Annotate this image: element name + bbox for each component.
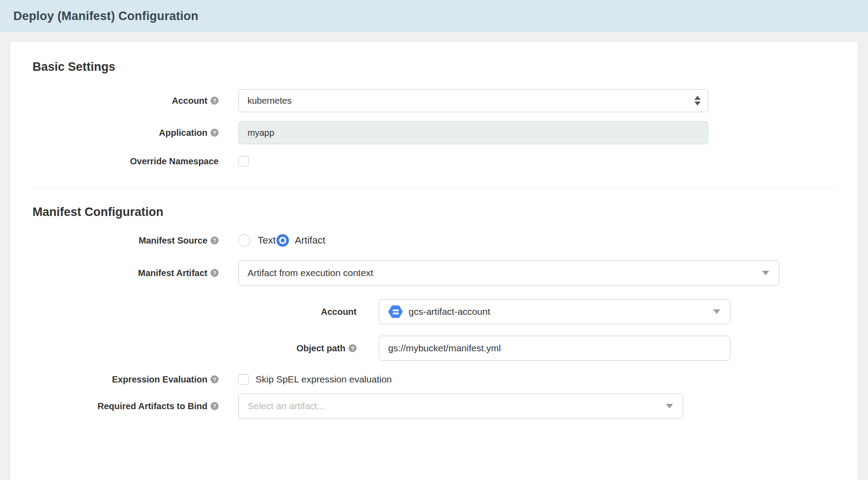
required-artifacts-label: Required Artifacts to Bind ? <box>23 401 219 411</box>
manifest-artifact-label: Manifest Artifact ? <box>23 268 219 278</box>
expression-evaluation-row: Expression Evaluation ? Skip SpEL expres… <box>23 374 844 385</box>
required-artifacts-placeholder: Select an artifact... <box>247 401 325 411</box>
select-arrows-icon <box>694 96 701 106</box>
deploy-manifest-config-screen: Deploy (Manifest) Configuration Basic Se… <box>0 0 868 480</box>
help-icon[interactable]: ? <box>211 402 219 410</box>
application-row: Application ? <box>23 121 844 144</box>
help-icon[interactable]: ? <box>211 236 219 244</box>
manifest-configuration-heading: Manifest Configuration <box>32 205 844 219</box>
artifact-account-dropdown-value: gcs-artifact-account <box>409 306 490 317</box>
chevron-down-icon <box>762 271 769 275</box>
object-path-row: Object path ? <box>23 336 844 361</box>
help-icon[interactable]: ? <box>349 344 357 352</box>
basic-settings-heading: Basic Settings <box>32 60 844 74</box>
config-panel: Basic Settings Account ? kubernetes Appl… <box>10 41 858 480</box>
expression-evaluation-label: Expression Evaluation ? <box>23 374 219 385</box>
manifest-source-radio-group: Text Artifact <box>238 234 325 247</box>
object-path-input[interactable] <box>379 336 730 361</box>
manifest-artifact-dropdown-value: Artifact from execution context <box>247 268 373 278</box>
gcs-hexagon-icon <box>388 305 403 318</box>
help-icon[interactable]: ? <box>211 129 219 137</box>
account-select[interactable]: kubernetes <box>238 89 708 112</box>
help-icon[interactable]: ? <box>211 375 219 383</box>
account-row: Account ? kubernetes <box>23 89 844 112</box>
application-input[interactable] <box>238 121 708 144</box>
required-artifacts-dropdown[interactable]: Select an artifact... <box>238 394 683 419</box>
override-namespace-row: Override Namespace <box>23 156 844 167</box>
manifest-source-label: Manifest Source ? <box>23 236 219 246</box>
manifest-artifact-dropdown[interactable]: Artifact from execution context <box>238 260 779 286</box>
help-icon[interactable]: ? <box>211 97 219 105</box>
override-namespace-checkbox[interactable] <box>238 156 249 167</box>
account-label: Account ? <box>23 96 219 106</box>
manifest-source-row: Manifest Source ? Text Artifact <box>23 234 844 247</box>
skip-spel-checkbox[interactable] <box>238 374 249 385</box>
chevron-down-icon <box>713 309 720 314</box>
account-select-value: kubernetes <box>247 96 292 106</box>
section-divider <box>32 187 835 187</box>
help-icon[interactable]: ? <box>211 269 219 277</box>
object-path-label: Object path ? <box>23 343 357 354</box>
override-namespace-label: Override Namespace <box>23 156 219 167</box>
manifest-artifact-row: Manifest Artifact ? Artifact from execut… <box>23 260 844 286</box>
artifact-account-label: Account <box>23 307 357 317</box>
chevron-down-icon <box>666 404 673 408</box>
application-label: Application ? <box>23 128 219 138</box>
page-header: Deploy (Manifest) Configuration <box>0 0 868 32</box>
artifact-account-row: Account gcs-artifact-account <box>23 299 844 324</box>
required-artifacts-row: Required Artifacts to Bind ? Select an a… <box>23 394 844 419</box>
page-title: Deploy (Manifest) Configuration <box>13 9 199 23</box>
manifest-source-text-radio[interactable] <box>238 234 251 247</box>
manifest-source-artifact-label: Artifact <box>295 235 325 246</box>
artifact-account-dropdown[interactable]: gcs-artifact-account <box>379 299 730 324</box>
manifest-source-artifact-radio[interactable] <box>276 234 289 247</box>
skip-spel-label: Skip SpEL expression evaluation <box>256 374 392 385</box>
manifest-source-text-label: Text <box>258 235 276 246</box>
